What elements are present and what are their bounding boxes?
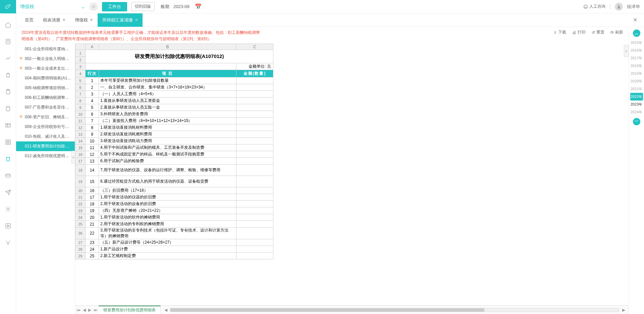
line-no[interactable]: 6 xyxy=(86,111,99,118)
form-item-7[interactable]: ⊘008-资产折旧、摊销及纳税... xyxy=(16,112,75,122)
row-head[interactable]: 15 xyxy=(75,144,86,151)
amount-cell[interactable] xyxy=(236,138,273,144)
col-header-b[interactable]: B xyxy=(99,44,236,50)
year-2017年[interactable]: 2017年 xyxy=(630,54,643,62)
sheet-nav-prev[interactable]: ◀ xyxy=(83,308,86,312)
print-button[interactable]: 🖨 打印 xyxy=(572,29,586,35)
grid-area[interactable]: A B C 1研发费用加计扣除优惠明细表(A107012) 2 3金额单位: 元… xyxy=(75,44,629,305)
tab-1[interactable]: 税表清册✕ xyxy=(38,13,70,27)
form-item-1[interactable]: ⊘002-一般企业收入明细表(A... xyxy=(16,54,75,64)
chart-icon[interactable] xyxy=(3,53,13,64)
year-2016年[interactable]: 2016年 xyxy=(630,47,643,54)
sheet-nav-first[interactable]: ⏮ xyxy=(76,308,80,312)
form-item-10[interactable]: 011-研发费用加计扣除优惠... xyxy=(16,141,75,151)
download-button[interactable]: ⇩ 下载 xyxy=(553,29,566,35)
row-head[interactable]: 17 xyxy=(75,158,86,165)
row-head[interactable]: 4 xyxy=(75,70,86,77)
item-desc[interactable]: 5.用于不构成固定资产的样品、样机及一般测试手段购置费 xyxy=(99,151,236,158)
corner-cell[interactable] xyxy=(75,44,86,50)
collapse-handle[interactable]: « xyxy=(71,151,75,164)
line-no[interactable]: 14 xyxy=(86,165,99,176)
amount-cell[interactable] xyxy=(236,176,273,187)
row-head[interactable]: 5 xyxy=(75,77,86,84)
amount-cell[interactable] xyxy=(236,144,273,151)
year-2021年[interactable]: 2021年 xyxy=(630,85,643,93)
workbench-button[interactable]: 工作台 xyxy=(102,2,127,11)
year-2019年[interactable]: 2019年 xyxy=(630,70,643,77)
form-item-4[interactable]: 005-纳税调整项目明细表(A1... xyxy=(16,83,75,93)
line-no[interactable]: 9 xyxy=(86,131,99,138)
item-desc[interactable]: （一）人员人工费用（4+5+6） xyxy=(99,91,236,98)
item-desc[interactable]: 6.用于试制产品的检验费 xyxy=(99,158,236,165)
row-head[interactable]: 29 xyxy=(75,253,86,259)
calendar-icon[interactable]: 📅 xyxy=(195,3,202,10)
amount-cell[interactable] xyxy=(236,111,273,118)
sheet-tab[interactable]: 研发费用加计扣除优惠明细表 xyxy=(99,306,161,314)
item-desc[interactable]: 7.用于研发活动的仪器、设备的运行维护、调整、检验、维修等费用 xyxy=(99,165,236,176)
row-head[interactable]: 2 xyxy=(75,57,86,63)
tab-close-icon[interactable]: ✕ xyxy=(135,18,138,22)
item-desc[interactable]: 2.用于研发活动的设备的折旧费 xyxy=(99,201,236,207)
line-no[interactable]: 16 xyxy=(86,187,99,194)
amount-cell[interactable] xyxy=(236,98,273,104)
col-header-a[interactable]: A xyxy=(86,44,99,50)
item-desc[interactable]: （三）折旧费用（17+18） xyxy=(99,187,236,194)
amount-cell[interactable] xyxy=(236,201,273,207)
line-no[interactable]: 8 xyxy=(86,124,99,131)
calc-icon[interactable] xyxy=(3,103,13,114)
row-head[interactable]: 7 xyxy=(75,91,86,98)
row-head[interactable]: 6 xyxy=(75,84,86,91)
form-item-0[interactable]: 001-企业所得税年度纳税申... xyxy=(16,44,75,54)
hscroll-thumb[interactable] xyxy=(170,308,484,312)
line-no[interactable]: 23 xyxy=(86,239,99,246)
row-head[interactable]: 20 xyxy=(75,187,86,194)
item-desc[interactable]: 2.研发活动直接消耗燃料费用 xyxy=(99,131,236,138)
play-icon[interactable] xyxy=(3,221,13,231)
amount-cell[interactable] xyxy=(236,194,273,201)
row-head[interactable]: 3 xyxy=(75,63,86,70)
send-icon[interactable] xyxy=(3,187,13,198)
item-desc[interactable]: 本年可享受研发费用加计扣除项目数量 xyxy=(99,77,236,84)
tax-icon[interactable] xyxy=(3,153,13,164)
tab-2[interactable]: 增值税✕ xyxy=(70,13,98,27)
line-no[interactable]: 5 xyxy=(86,104,99,111)
form-item-8[interactable]: 009-企业所得税弥补亏损明... xyxy=(16,122,75,132)
line-no[interactable]: 1 xyxy=(86,77,99,84)
tab-3[interactable]: 所得税汇算清缴✕ xyxy=(98,13,143,27)
row-head[interactable]: 26 xyxy=(75,228,86,239)
row-head[interactable]: 16 xyxy=(75,151,86,158)
item-desc[interactable]: 2.新工艺规程制定费 xyxy=(99,253,236,259)
item-desc[interactable]: 3.用于研发活动的非专利技术（包括许可证、专有技术、设计和计算方法等）的摊销费用 xyxy=(99,228,236,239)
period-value[interactable]: 2023-09 xyxy=(173,4,190,9)
item-desc[interactable]: 1.用于研发活动的仪器的折旧费 xyxy=(99,194,236,201)
amount-cell[interactable] xyxy=(236,228,273,239)
item-desc[interactable]: 1.用于研发活动的软件的摊销费用 xyxy=(99,214,236,221)
item-desc[interactable]: 4.用于中间试验和产品试制的模具、工艺装备开发及制造费 xyxy=(99,144,236,151)
row-head[interactable]: 11 xyxy=(75,118,86,124)
bag-icon[interactable] xyxy=(3,70,13,80)
amount-cell[interactable] xyxy=(236,77,273,84)
hscroll-track[interactable] xyxy=(170,308,619,312)
line-no[interactable]: 4 xyxy=(86,98,99,104)
line-no[interactable]: 2 xyxy=(86,84,99,91)
row-head[interactable]: 22 xyxy=(75,201,86,207)
line-no[interactable]: 12 xyxy=(86,151,99,158)
row-head[interactable]: 9 xyxy=(75,104,86,111)
col-header-c[interactable]: C xyxy=(236,44,273,50)
amount-cell[interactable] xyxy=(236,158,273,165)
item-desc[interactable]: 2.用于研发活动的专利权的摊销费用 xyxy=(99,221,236,228)
hscroll-right[interactable]: ▶ xyxy=(621,308,626,312)
amount-cell[interactable] xyxy=(236,253,273,259)
form-item-3[interactable]: 004-期间费用明细表(A1040... xyxy=(16,73,75,83)
year-down[interactable]: ︾ xyxy=(633,118,640,125)
amount-cell[interactable] xyxy=(236,104,273,111)
line-no[interactable]: 18 xyxy=(86,201,99,207)
item-desc[interactable]: 1.研发活动直接消耗材料费用 xyxy=(99,124,236,131)
amount-cell[interactable] xyxy=(236,239,273,246)
amount-cell[interactable] xyxy=(236,246,273,253)
row-head[interactable]: 10 xyxy=(75,111,86,118)
year-2015年[interactable]: 2015年 xyxy=(630,39,643,47)
year-up[interactable]: ︽ xyxy=(633,29,640,37)
hscroll-left[interactable]: ◀ xyxy=(163,308,168,312)
amount-cell[interactable] xyxy=(236,221,273,228)
